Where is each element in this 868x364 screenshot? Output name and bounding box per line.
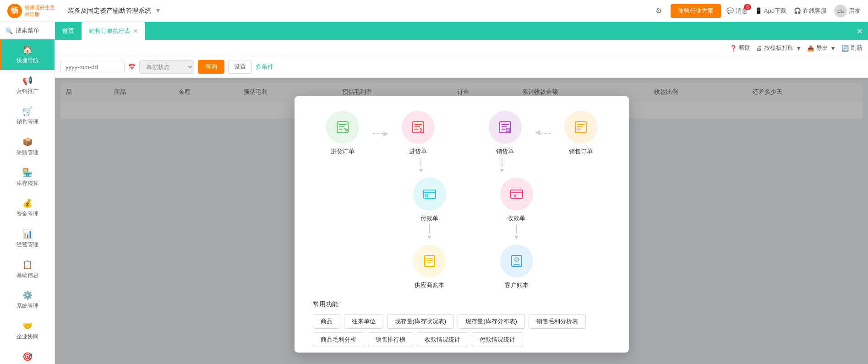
setting-button[interactable]: 设置 [228, 60, 252, 74]
settings-button[interactable]: ⚙ [652, 5, 665, 17]
purchase-bill-icon [402, 111, 435, 144]
func-btn-stock-status[interactable]: 现存量(库存状况表) [387, 314, 454, 329]
dropdown-arrow[interactable]: ▼ [155, 7, 161, 14]
top-right-actions: 💬 消息 6 📱 App下载 🎧 在线客服 Ea 用友 [726, 5, 861, 17]
basic-info-icon: 📋 [22, 260, 33, 270]
status-select[interactable]: 单据状态 [139, 60, 194, 74]
tab-sales-order-exec[interactable]: 销售订单执行表 ✕ [82, 22, 145, 40]
flow-row-arrows-2: ▼ ▼ [313, 226, 611, 241]
svg-rect-28 [424, 256, 426, 266]
sidebar-item-enterprise[interactable]: 🤝 企业协同 [0, 315, 55, 346]
query-button[interactable]: 查询 [198, 60, 224, 74]
date-from-input[interactable] [60, 61, 125, 73]
online-service-action[interactable]: 🎧 在线客服 [794, 7, 827, 15]
sidebar-item-newbie[interactable]: 🎯 新手引导 [0, 346, 55, 364]
logo-area: 畅 畅康通好生意 标准版 [7, 4, 62, 18]
func-btn-sales-gross[interactable]: 销售毛利分析表 [529, 314, 586, 329]
top-bar: 畅 畅康通好生意 标准版 装备及固定资产辅助管理系统 ▼ ⚙ 体验行业方案 💬 … [0, 0, 868, 22]
sidebar-item-sales[interactable]: 🛒 销售管理 [0, 101, 55, 131]
sidebar-item-basic-info[interactable]: 📋 基础信息 [0, 254, 55, 285]
sidebar: 🔍 搜索菜单 🏠 快捷导航 📢 营销推广 🛒 销售管理 📦 采购管理 🏪 [0, 22, 55, 364]
flow-diagram: 进货订单 ▶ [313, 111, 611, 289]
app-container: 畅 畅康通好生意 标准版 装备及固定资产辅助管理系统 ▼ ⚙ 体验行业方案 💬 … [0, 0, 868, 364]
arrow-order-to-bill: ▶ [535, 130, 551, 137]
calendar-icon[interactable]: 📅 [128, 64, 136, 71]
func-btn-sales-rank[interactable]: 销售排行榜 [368, 332, 413, 347]
func-btn-payment-stats[interactable]: 付款情况统计 [472, 332, 523, 347]
sidebar-item-system[interactable]: ⚙️ 系统管理 [0, 285, 55, 315]
print-dropdown-icon: ▼ [796, 45, 802, 52]
supplier-ledger-icon [413, 244, 446, 277]
func-btn-receipt-stats[interactable]: 收款情况统计 [417, 332, 468, 347]
func-btn-product-gross[interactable]: 商品毛利分析 [313, 332, 364, 347]
enterprise-icon: 🤝 [22, 321, 33, 331]
newbie-icon: 🎯 [22, 352, 33, 362]
purchase-order-icon [326, 111, 359, 144]
svg-rect-20 [425, 195, 428, 196]
message-icon: 💬 [726, 7, 734, 14]
system-title: 装备及固定资产辅助管理系统 ▼ [68, 7, 647, 15]
receipt-icon: ¥ [500, 178, 533, 211]
arrow-down-payment: ▼ [400, 224, 459, 241]
flow-node-receipt[interactable]: ¥ 收款单 [487, 178, 546, 223]
tab-home[interactable]: 首页 [55, 22, 82, 40]
flow-node-customer-ledger[interactable]: 客户账本 [487, 244, 546, 289]
svg-text:¥: ¥ [513, 194, 517, 199]
func-btn-parties[interactable]: 往来单位 [344, 314, 383, 329]
app-download-action[interactable]: 📱 App下载 [755, 7, 786, 15]
finance-icon: 💰 [22, 198, 33, 208]
home-icon: 🏠 [22, 45, 33, 55]
sidebar-item-finance[interactable]: 💰 资金管理 [0, 193, 55, 223]
refresh-btn[interactable]: 🔄 刷新 [841, 44, 863, 52]
flow-node-purchase-bill[interactable]: 进货单 [388, 111, 448, 156]
flow-node-supplier-ledger[interactable]: 供应商账本 [400, 244, 459, 289]
sidebar-item-purchase[interactable]: 📦 采购管理 [0, 131, 55, 162]
purchase-icon: 📦 [22, 137, 33, 147]
close-all-tabs-icon[interactable]: ✕ [857, 27, 863, 36]
modal-overlay: 进货订单 ▶ [55, 78, 868, 364]
print-btn[interactable]: 🖨 按模板打印 ▼ [756, 44, 802, 52]
tab-close-icon[interactable]: ✕ [133, 28, 138, 34]
func-btn-product[interactable]: 商品 [313, 314, 340, 329]
operations-icon: 📊 [22, 229, 33, 239]
help-btn[interactable]: ❓ 帮助 [730, 44, 751, 52]
refresh-icon: 🔄 [841, 45, 849, 52]
flow-node-purchase-order[interactable]: 进货订单 [313, 111, 372, 156]
user-action[interactable]: Ea 用友 [834, 5, 861, 17]
common-functions-title: 常用功能 [313, 300, 611, 309]
arrow-down-receipt: ▼ [487, 224, 546, 241]
function-buttons: 商品 往来单位 现存量(库存状况表) 现存量(库存分布表) 销售毛利分析表 商品… [313, 314, 611, 347]
flow-node-sales-order[interactable]: 销售订单 [551, 111, 611, 156]
sidebar-item-inventory[interactable]: 🏪 库存核算 [0, 162, 55, 193]
experience-btn[interactable]: 体验行业方案 [671, 4, 721, 18]
main-area: 🔍 搜索菜单 🏠 快捷导航 📢 营销推广 🛒 销售管理 📦 采购管理 🏪 [0, 22, 868, 364]
modal-content: 进货订单 ▶ [295, 96, 629, 353]
func-btn-stock-dist[interactable]: 现存量(库存分布表) [458, 314, 525, 329]
avatar: Ea [834, 5, 847, 17]
modal: 进货订单 ▶ [295, 96, 629, 353]
svg-rect-24 [425, 255, 435, 266]
logo-text: 畅康通好生意 标准版 [25, 4, 55, 17]
help-icon: ❓ [730, 45, 737, 52]
sidebar-item-marketing[interactable]: 📢 营销推广 [0, 70, 55, 101]
svg-rect-18 [424, 190, 436, 198]
inventory-icon: 🏪 [22, 168, 33, 178]
sales-bill-icon [489, 111, 522, 144]
flow-row-3: 供应商账本 [313, 244, 611, 289]
system-icon: ⚙️ [22, 290, 33, 300]
tab-bar: 首页 销售订单执行表 ✕ ✕ [55, 22, 868, 40]
arrow-down-sales: ▼ [474, 158, 530, 174]
customer-ledger-icon [500, 244, 533, 277]
export-dropdown-icon: ▼ [830, 45, 836, 52]
flow-node-payment[interactable]: 付款单 [400, 178, 459, 223]
common-functions: 常用功能 商品 往来单位 现存量(库存状况表) 现存量(库存分布表) 销售毛利分… [313, 300, 611, 347]
payment-icon [413, 178, 446, 211]
content-area: 首页 销售订单执行表 ✕ ✕ ❓ 帮助 🖨 按模板打 [55, 22, 868, 364]
flow-node-sales-bill[interactable]: 销货单 [475, 111, 535, 156]
message-action[interactable]: 💬 消息 6 [726, 7, 748, 15]
search-menu-item[interactable]: 🔍 搜索菜单 [0, 22, 55, 39]
more-conditions-link[interactable]: 多条件 [256, 63, 273, 71]
sidebar-item-operations[interactable]: 📊 经营管理 [0, 223, 55, 254]
sidebar-item-quick-nav[interactable]: 🏠 快捷导航 [0, 39, 55, 70]
export-btn[interactable]: 📤 导出 ▼ [807, 44, 836, 52]
